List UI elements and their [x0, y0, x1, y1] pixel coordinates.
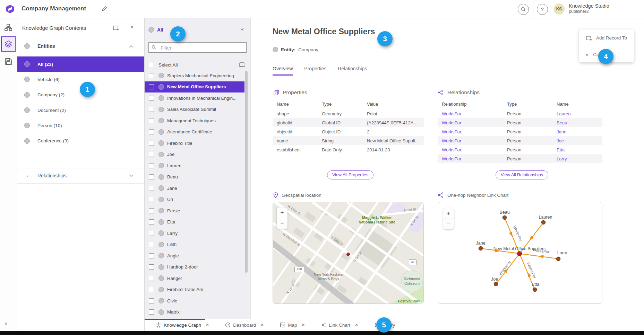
help-icon[interactable]: ?: [537, 4, 548, 15]
item-checkbox[interactable]: [149, 309, 154, 315]
list-item[interactable]: Lauren: [145, 160, 250, 171]
list-item[interactable]: Civic: [145, 295, 250, 307]
list-item-selected[interactable]: New Metal Office Suppliers: [145, 81, 244, 93]
item-checkbox[interactable]: [149, 276, 154, 281]
table-row[interactable]: WorksForPersonLarry: [438, 154, 602, 163]
item-checkbox[interactable]: [149, 186, 154, 191]
list-item[interactable]: Sales Associate Summit: [145, 104, 250, 115]
scrollbar-thumb[interactable]: [245, 71, 248, 273]
item-checkbox[interactable]: [149, 264, 154, 270]
entity-link[interactable]: Larry: [557, 156, 567, 161]
layers-icon[interactable]: [4, 40, 12, 48]
relationship-link[interactable]: WorksFor: [442, 156, 461, 161]
list-item[interactable]: Uri: [145, 194, 250, 205]
add-record-icon[interactable]: [239, 61, 245, 68]
add-item-icon[interactable]: [113, 25, 119, 31]
item-checkbox[interactable]: [149, 242, 154, 247]
close-tab-icon[interactable]: ✕: [355, 323, 358, 327]
list-item[interactable]: Staplers Mechanical Engineering: [145, 70, 250, 81]
save-icon[interactable]: [4, 57, 12, 65]
item-checkbox[interactable]: [149, 96, 154, 101]
table-row[interactable]: nameStringNew Metal Office Suppli...: [273, 136, 424, 145]
select-all-row[interactable]: Select All: [145, 59, 250, 71]
relationship-link[interactable]: WorksFor: [442, 129, 461, 134]
geospatial-map[interactable]: + − W Clay St W Marshall St E Clay St N …: [273, 202, 424, 304]
item-checkbox[interactable]: [149, 219, 154, 224]
group-label[interactable]: All: [157, 27, 163, 33]
table-row[interactable]: WorksForPersonBeau: [438, 118, 602, 127]
list-item[interactable]: Firebird Trans Am: [145, 284, 250, 296]
tab-overview[interactable]: Overview: [273, 66, 293, 76]
collapse-panel-icon[interactable]: «: [241, 26, 244, 32]
list-item[interactable]: Joe: [145, 149, 250, 160]
item-checkbox[interactable]: [149, 129, 154, 134]
item-checkbox[interactable]: [149, 84, 154, 89]
item-checkbox[interactable]: [149, 298, 154, 303]
entity-link[interactable]: Joe: [557, 138, 564, 143]
list-item[interactable]: Managment Techniques: [145, 115, 250, 126]
relationship-link[interactable]: WorksFor: [442, 111, 461, 116]
item-checkbox[interactable]: [149, 107, 154, 112]
list-item[interactable]: Matrix: [145, 307, 250, 318]
select-all-checkbox[interactable]: [149, 62, 154, 67]
list-item[interactable]: Attendance Certificate: [145, 126, 250, 138]
item-checkbox[interactable]: [149, 253, 154, 258]
entity-link[interactable]: Lauren: [557, 111, 570, 116]
table-row[interactable]: globalidGlobal ID{A228944F-0EF5-412A-...: [273, 118, 424, 127]
close-tab-icon[interactable]: ✕: [302, 323, 305, 327]
entity-link[interactable]: Beau: [557, 120, 567, 125]
user-block[interactable]: Knowledge Studio publisher2: [569, 3, 609, 14]
entity-row-all[interactable]: All (23): [17, 56, 144, 72]
relationship-link[interactable]: WorksFor: [442, 120, 461, 125]
view-all-properties-button[interactable]: View All Properties: [327, 170, 373, 179]
item-checkbox[interactable]: [149, 152, 154, 157]
close-tab-icon[interactable]: ✕: [260, 323, 264, 327]
table-row[interactable]: objectidObject ID2: [273, 127, 424, 136]
relationship-link[interactable]: WorksFor: [442, 147, 461, 152]
table-row[interactable]: shapeGeometryPoint: [273, 109, 424, 118]
filter-input[interactable]: [160, 43, 244, 53]
entity-row-person[interactable]: Person (10): [17, 118, 144, 133]
tab-relationships[interactable]: Relationships: [338, 66, 367, 76]
zoom-in-button[interactable]: +: [443, 208, 454, 219]
tab-properties[interactable]: Properties: [304, 66, 326, 76]
item-checkbox[interactable]: [149, 163, 154, 168]
close-panel-icon[interactable]: ✕: [130, 24, 134, 30]
item-checkbox[interactable]: [149, 118, 154, 123]
entities-section-header[interactable]: Entities: [17, 38, 144, 54]
avatar[interactable]: KS: [553, 3, 565, 15]
list-item[interactable]: Lilith: [145, 239, 250, 250]
list-item[interactable]: Firebird Title: [145, 138, 250, 149]
list-item[interactable]: Ranger: [145, 273, 250, 284]
zoom-in-button[interactable]: +: [277, 208, 287, 218]
item-checkbox[interactable]: [149, 174, 154, 179]
view-all-relationships-button[interactable]: View All Relationships: [496, 170, 548, 179]
list-item[interactable]: Persie: [145, 205, 250, 217]
data-model-icon[interactable]: [4, 23, 12, 32]
entity-row-conference[interactable]: Conference (3): [17, 133, 144, 148]
relationship-link[interactable]: WorksFor: [442, 138, 461, 143]
view-tab-map[interactable]: Map ✕: [272, 319, 313, 331]
item-checkbox[interactable]: [149, 141, 154, 146]
search-icon[interactable]: [518, 4, 529, 15]
table-row[interactable]: WorksForPersonEtta: [438, 145, 602, 154]
list-item[interactable]: Jane: [145, 183, 250, 194]
entity-link[interactable]: Etta: [557, 147, 565, 152]
view-tab-knowledge-graph[interactable]: Knowledge Graph ✕: [148, 319, 217, 331]
expand-rail-icon[interactable]: »: [5, 320, 7, 326]
zoom-out-button[interactable]: −: [443, 219, 454, 229]
item-checkbox[interactable]: [149, 287, 154, 292]
list-item[interactable]: Larry: [145, 228, 250, 239]
close-tab-icon[interactable]: ✕: [206, 323, 209, 327]
item-checkbox[interactable]: [149, 197, 154, 202]
table-row[interactable]: WorksForPersonJoe: [438, 136, 602, 145]
list-item[interactable]: Beau: [145, 171, 250, 183]
item-checkbox[interactable]: [149, 208, 154, 213]
edit-title-pencil-icon[interactable]: [101, 6, 108, 12]
table-row[interactable]: WorksForPersonJane: [438, 127, 602, 136]
table-row[interactable]: establishedDate Only2014-01-23: [273, 145, 424, 154]
list-item[interactable]: Hardtop 2-door: [145, 262, 250, 273]
table-row[interactable]: WorksForPersonLauren: [438, 109, 602, 118]
entity-link[interactable]: Jane: [557, 129, 566, 134]
relationships-section-header[interactable]: → Relationships: [17, 168, 144, 184]
